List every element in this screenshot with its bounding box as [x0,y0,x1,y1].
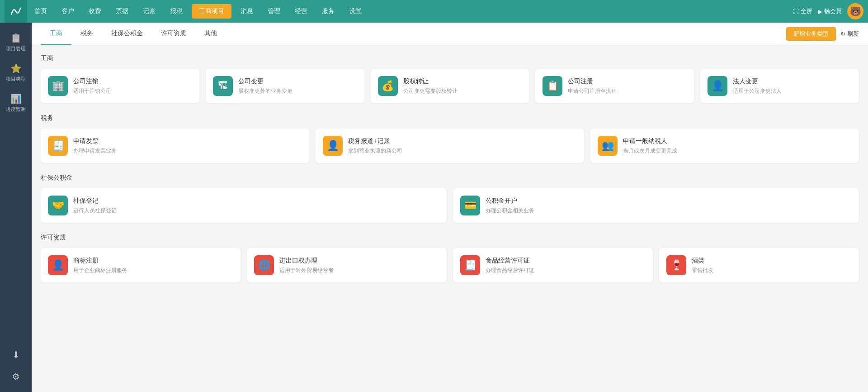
tab-许可资质[interactable]: 许可资质 [152,23,195,45]
card-desc-股权转让: 公司变更需要股权转让 [403,87,458,95]
tab-bar: 工商税务社保公积金许可资质其他 新增业务类型 ↻ 刷新 [32,23,868,45]
sidebar-item-project-management[interactable]: 📋 项目管理 [0,27,32,57]
section-title-许可资质: 许可资质 [41,234,859,242]
nav-item-工商项目[interactable]: 工商项目 [192,4,231,19]
card-icon-公司注销: 🏢 [48,76,68,96]
card-公司注册[interactable]: 📋公司注册申请公司注册全流程 [535,69,694,103]
card-desc-公司注销: 适用于注销公司 [73,87,111,95]
section-grid-税务: 🧾申请发票办理申请发票业务👤税务报道+记账拿到营业执照的新公司👥申请一般纳税人当… [41,129,859,163]
nav-item-管理[interactable]: 管理 [260,0,288,23]
refresh-button[interactable]: ↻ 刷新 [840,30,859,38]
card-title-公司注销: 公司注销 [73,77,111,86]
card-title-酒类: 酒类 [692,257,713,265]
nav-item-服务[interactable]: 服务 [315,0,342,23]
nav-item-客户[interactable]: 客户 [54,0,81,23]
refresh-icon: ↻ [840,30,845,37]
card-申请一般纳税人[interactable]: 👥申请一般纳税人当月或次月成变更完成 [590,129,859,163]
sidebar: 📋 项目管理 ⭐ 项目类型 📊 进度监测 ⬇ ⚙ [0,23,32,392]
fullscreen-btn[interactable]: ⛶ 全屏 [793,7,812,15]
card-进出口权办理[interactable]: 🌐进出口权办理适用于对外贸易经营者 [247,248,447,282]
card-desc-社保登记: 进行人员社保登记 [73,207,117,215]
nav-item-报税[interactable]: 报税 [163,0,190,23]
settings-icon: ⚙ [12,371,20,382]
nav-item-首页[interactable]: 首页 [27,0,54,23]
nav-items: 首页客户收费票据记账报税工商项目消息管理经营服务设置 [27,0,793,23]
card-title-社保登记: 社保登记 [73,197,117,205]
card-desc-公积金开户: 办理公积金相关业务 [486,207,534,215]
sidebar-item-settings[interactable]: ⚙ [0,366,32,387]
sidebar-item-project-type[interactable]: ⭐ 项目类型 [0,57,32,88]
main-content: 工商🏢公司注销适用于注销公司🏗公司变更股权变更外的业务变更💰股权转让公司变更需要… [32,45,868,392]
card-desc-公司注册: 申请公司注册全流程 [568,87,617,95]
progress-monitor-icon: 📊 [10,93,22,104]
tab-工商[interactable]: 工商 [41,23,71,45]
nav-item-设置[interactable]: 设置 [342,0,369,23]
card-社保登记[interactable]: 🤝社保登记进行人员社保登记 [41,188,447,223]
sidebar-item-progress-monitor[interactable]: 📊 进度监测 [0,88,32,118]
nav-item-票据[interactable]: 票据 [108,0,136,23]
nav-item-收费[interactable]: 收费 [81,0,108,23]
download-icon: ⬇ [12,349,20,360]
card-icon-进出口权办理: 🌐 [254,255,274,275]
card-title-食品经营许可证: 食品经营许可证 [486,257,534,265]
card-desc-酒类: 零售批发 [692,267,713,274]
tab-其他[interactable]: 其他 [195,23,226,45]
card-title-申请发票: 申请发票 [73,137,117,145]
video-icon: ▶ [818,8,822,15]
card-desc-公司变更: 股权变更外的业务变更 [238,87,292,95]
card-title-股权转让: 股权转让 [403,77,458,86]
card-icon-食品经营许可证: 🧾 [460,255,480,275]
card-desc-进出口权办理: 适用于对外贸易经营者 [279,267,334,274]
card-title-公司变更: 公司变更 [238,77,292,86]
fullscreen-icon: ⛶ [793,8,799,15]
tab-actions: 新增业务类型 ↻ 刷新 [786,27,859,41]
card-公积金开户[interactable]: 💳公积金开户办理公积金相关业务 [453,188,859,223]
card-酒类[interactable]: 🍷酒类零售批发 [659,248,859,282]
card-desc-申请一般纳税人: 当月或次月成变更完成 [623,147,677,155]
card-税务报道+记账[interactable]: 👤税务报道+记账拿到营业执照的新公司 [316,129,584,163]
card-法人变更[interactable]: 👤法人变更适用于公司变更法人 [700,69,859,103]
section-grid-工商: 🏢公司注销适用于注销公司🏗公司变更股权变更外的业务变更💰股权转让公司变更需要股权… [41,69,859,103]
mascot-avatar: 🐻 [847,3,863,19]
card-desc-食品经营许可证: 办理食品经营许可证 [486,267,534,274]
card-icon-申请发票: 🧾 [48,136,68,156]
member-btn[interactable]: ▶ 畅会员 [818,7,842,15]
nav-item-经营[interactable]: 经营 [288,0,315,23]
card-desc-法人变更: 适用于公司变更法人 [733,87,782,95]
card-icon-申请一般纳税人: 👥 [598,136,618,156]
card-icon-酒类: 🍷 [666,255,686,275]
card-商标注册[interactable]: 👤商标注册用于企业商标注册服务 [41,248,241,282]
logo [5,0,27,23]
card-公司变更[interactable]: 🏗公司变更股权变更外的业务变更 [206,69,364,103]
project-management-icon: 📋 [10,33,22,43]
section-title-工商: 工商 [41,54,859,62]
card-title-税务报道+记账: 税务报道+记账 [348,137,402,145]
card-icon-商标注册: 👤 [48,255,68,275]
nav-right: ⛶ 全屏 ▶ 畅会员 🐻 [793,3,863,19]
card-title-进出口权办理: 进出口权办理 [279,257,334,265]
card-title-商标注册: 商标注册 [73,257,127,265]
card-icon-公司变更: 🏗 [213,76,233,96]
card-食品经营许可证[interactable]: 🧾食品经营许可证办理食品经营许可证 [453,248,653,282]
card-icon-社保登记: 🤝 [48,196,68,215]
card-title-公司注册: 公司注册 [568,77,617,86]
card-icon-税务报道+记账: 👤 [323,136,343,156]
section-grid-许可资质: 👤商标注册用于企业商标注册服务🌐进出口权办理适用于对外贸易经营者🧾食品经营许可证… [41,248,859,282]
nav-item-记账[interactable]: 记账 [136,0,163,23]
card-desc-申请发票: 办理申请发票业务 [73,147,117,155]
tab-社保公积金[interactable]: 社保公积金 [102,23,152,45]
card-title-公积金开户: 公积金开户 [486,197,534,205]
card-申请发票[interactable]: 🧾申请发票办理申请发票业务 [41,129,309,163]
card-icon-股权转让: 💰 [378,76,398,96]
card-icon-公司注册: 📋 [542,76,562,96]
tabs: 工商税务社保公积金许可资质其他 [41,23,226,45]
card-股权转让[interactable]: 💰股权转让公司变更需要股权转让 [371,69,529,103]
add-business-type-button[interactable]: 新增业务类型 [786,27,836,41]
section-grid-社保公积金: 🤝社保登记进行人员社保登记💳公积金开户办理公积金相关业务 [41,188,859,223]
sidebar-item-download[interactable]: ⬇ [0,344,32,366]
nav-item-消息[interactable]: 消息 [233,0,260,23]
tab-税务[interactable]: 税务 [71,23,102,45]
card-title-法人变更: 法人变更 [733,77,782,86]
card-公司注销[interactable]: 🏢公司注销适用于注销公司 [41,69,199,103]
card-icon-公积金开户: 💳 [460,196,480,215]
